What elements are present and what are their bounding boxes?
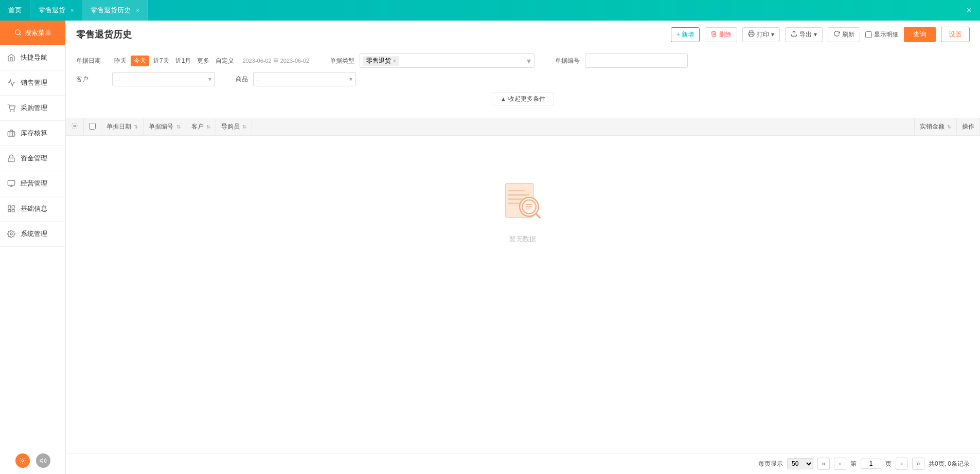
tab-home[interactable]: 首页 [0, 0, 30, 21]
settings-bottom-button[interactable] [15, 453, 30, 468]
sidebar-item-quick-nav[interactable]: 快捷导航 [0, 45, 65, 70]
type-dropdown-icon[interactable]: ▾ [527, 56, 531, 66]
sidebar-item-inventory-label: 库存核算 [21, 129, 47, 138]
export-button[interactable]: 导出 ▾ [785, 27, 823, 42]
tab-retail-return-history-close[interactable]: × [136, 7, 139, 13]
svg-rect-6 [8, 180, 14, 185]
customer-filter-input[interactable]: ... ▾ [112, 72, 215, 86]
delete-button[interactable]: 删除 [705, 27, 737, 42]
date-opt-custom[interactable]: 自定义 [213, 56, 236, 66]
pagination: 每页显示 50 20 100 « ‹ 第 页 › » 共0页, 0条记录 [66, 453, 980, 474]
refresh-button[interactable]: 刷新 [828, 27, 860, 42]
export-label: 导出 [799, 30, 812, 39]
operations-icon [6, 178, 16, 189]
date-range-value: 2023-06-02 至 2023-06-02 [242, 57, 309, 65]
select-all-checkbox[interactable] [89, 123, 96, 130]
type-tag-close[interactable]: × [393, 58, 396, 64]
th-checkbox[interactable] [84, 118, 101, 136]
home-icon [6, 52, 16, 63]
customer-chevron-icon: ▾ [208, 76, 211, 83]
date-opt-yesterday[interactable]: 昨天 [112, 56, 129, 66]
svg-line-1 [19, 33, 21, 35]
sidebar-search[interactable]: 搜索菜单 [0, 21, 65, 45]
svg-rect-20 [508, 190, 525, 191]
sidebar-item-inventory[interactable]: 库存核算 [0, 121, 65, 146]
th-guide[interactable]: 导购员 ⇅ [216, 118, 252, 136]
purchase-icon [6, 103, 16, 113]
last-page-button[interactable]: » [912, 458, 924, 470]
collapse-button[interactable]: ▲ 收起更多条件 [492, 93, 555, 105]
svg-point-14 [22, 460, 24, 462]
th-operation: 操作 [957, 118, 980, 136]
page-size-select[interactable]: 50 20 100 [787, 458, 813, 469]
page-size-label: 每页显示 [758, 460, 783, 468]
th-customer-sort-icon: ⇅ [206, 124, 210, 130]
svg-rect-12 [8, 209, 11, 212]
set-button[interactable]: 设置 [941, 27, 970, 42]
filter-row-date: 单据日期 昨天 今天 近7天 近1月 更多 自定义 2023-06-02 至 2… [76, 53, 970, 68]
date-opt-today[interactable]: 今天 [131, 56, 149, 66]
goods-placeholder: ... [257, 76, 262, 83]
tab-retail-return-history[interactable]: 零售退货历史 × [82, 0, 148, 21]
type-tag-value: 零售退货 [366, 57, 391, 65]
th-doc-date-sort-icon: ⇅ [134, 124, 138, 130]
sidebar-item-sales-mgmt[interactable]: 销售管理 [0, 70, 65, 96]
th-doc-no[interactable]: 单据编号 ⇅ [144, 118, 186, 136]
toolbar: + 新增 删除 打印 ▾ [671, 27, 970, 42]
total-text: 共0页, 0条记录 [929, 460, 970, 468]
tab-retail-return[interactable]: 零售退货 × [30, 0, 82, 21]
sidebar-item-purchase-mgmt[interactable]: 采购管理 [0, 96, 65, 121]
doc-no-filter-label: 单据编号 [555, 57, 580, 65]
first-page-button[interactable]: « [817, 458, 830, 470]
filter-row-customer: 客户 ... ▾ 商品 ... ▾ [76, 72, 970, 86]
top-bar: 首页 零售退货 × 零售退货历史 × × [0, 0, 980, 21]
svg-point-18 [74, 125, 76, 127]
export-chevron-icon: ▾ [814, 31, 817, 38]
tab-retail-return-history-label: 零售退货历史 [91, 6, 131, 15]
sidebar-item-finance-label: 资金管理 [21, 154, 47, 163]
page-number-input[interactable] [861, 459, 881, 469]
date-opt-1month[interactable]: 近1月 [173, 56, 193, 66]
date-opt-more[interactable]: 更多 [195, 56, 211, 66]
date-opt-7days[interactable]: 近7天 [151, 56, 171, 66]
tab-retail-return-close[interactable]: × [70, 7, 74, 13]
th-spacer [252, 118, 914, 136]
page-label-prefix: 第 [850, 460, 857, 468]
th-customer[interactable]: 客户 ⇅ [186, 118, 216, 136]
th-doc-date[interactable]: 单据日期 ⇅ [101, 118, 144, 136]
type-filter-input[interactable]: 零售退货 × ▾ [360, 53, 534, 68]
empty-illustration [497, 177, 548, 228]
doc-no-filter-input[interactable] [585, 53, 688, 68]
sidebar-item-finance[interactable]: 资金管理 [0, 146, 65, 171]
audio-bottom-button[interactable] [36, 453, 50, 468]
empty-state: 暂无数据 [66, 136, 980, 275]
empty-state-cell: 暂无数据 [66, 136, 980, 275]
tab-home-label: 首页 [8, 6, 22, 15]
sidebar-item-operations-label: 经营管理 [21, 179, 47, 188]
table-wrap: 单据日期 ⇅ 单据编号 ⇅ 客户 ⇅ 导购员 ⇅ [66, 118, 980, 453]
sidebar-item-operations[interactable]: 经营管理 [0, 171, 65, 196]
top-bar-right: × [966, 0, 980, 21]
prev-page-button[interactable]: ‹ [834, 458, 846, 470]
refresh-icon [833, 30, 840, 39]
customer-placeholder: ... [116, 76, 121, 83]
svg-rect-11 [12, 209, 14, 212]
goods-filter-input[interactable]: ... ▾ [253, 72, 356, 86]
th-actual-amount[interactable]: 实销金额 ⇅ [914, 118, 956, 136]
goods-filter-label: 商品 [236, 75, 248, 84]
svg-marker-15 [40, 459, 43, 463]
show-detail-checkbox[interactable] [865, 31, 872, 38]
th-settings[interactable] [66, 118, 84, 136]
sidebar-item-basic-info[interactable]: 基础信息 [0, 196, 65, 222]
th-actual-amount-sort-icon: ⇅ [947, 124, 951, 130]
window-close-button[interactable]: × [966, 5, 972, 16]
next-page-button[interactable]: › [896, 458, 908, 470]
query-button[interactable]: 查询 [904, 27, 936, 42]
new-button[interactable]: + 新增 [671, 27, 700, 42]
table-body: 暂无数据 [66, 136, 980, 275]
sidebar-item-system-label: 系统管理 [21, 229, 47, 239]
sidebar-item-system[interactable]: 系统管理 [0, 222, 65, 247]
warehouse-icon [6, 128, 16, 138]
print-button[interactable]: 打印 ▾ [742, 27, 780, 42]
table-header-row: 单据日期 ⇅ 单据编号 ⇅ 客户 ⇅ 导购员 ⇅ [66, 118, 980, 136]
